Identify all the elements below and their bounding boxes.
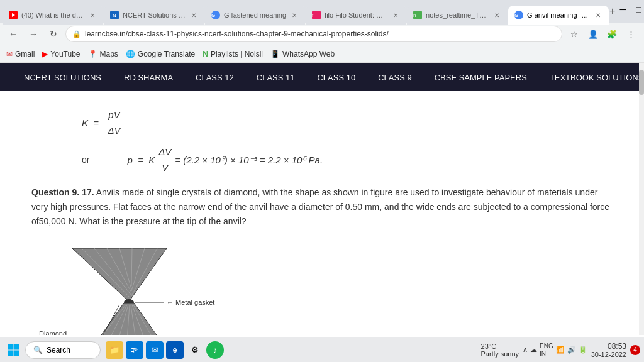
tab-6[interactable]: G G anvil meaning - Go... ✕ xyxy=(508,6,609,25)
tab-5-label: notes_realtime_TG... xyxy=(426,11,489,19)
taskbar-search-label: Search xyxy=(47,346,70,354)
bookmark-whatsapp[interactable]: 📱 WhatsApp Web xyxy=(270,50,335,58)
mail-icon: ✉ xyxy=(152,345,158,354)
nav-item-ncert[interactable]: NCERT SOLUTIONS xyxy=(13,63,113,91)
bookmark-whatsapp-label: WhatsApp Web xyxy=(282,50,335,58)
tab-4-close[interactable]: ✕ xyxy=(391,11,400,19)
tab-3[interactable]: G G fastened meaning ✕ xyxy=(205,6,305,25)
svg-text:Diamond: Diamond xyxy=(39,330,67,335)
browser-chrome: (40) What is the de... ✕ N NCERT Solutio… xyxy=(0,0,644,63)
tab-3-close[interactable]: ✕ xyxy=(290,11,299,19)
profile-icon[interactable]: 👤 xyxy=(585,26,601,42)
taskbar-search-icon: 🔍 xyxy=(33,346,43,354)
reload-button[interactable]: ↻ xyxy=(45,26,62,42)
extension-icon[interactable]: 🧩 xyxy=(604,26,620,42)
question-body: Anvils made of single crystals of diamon… xyxy=(31,187,609,226)
scrollbar-thumb[interactable] xyxy=(639,70,644,95)
taskbar-store[interactable]: 🛍 xyxy=(126,341,143,359)
k-denominator: ΔV xyxy=(106,123,121,138)
edge-icon: e xyxy=(173,346,177,354)
tab-1-close[interactable]: ✕ xyxy=(88,11,97,19)
bookmark-translate[interactable]: 🌐 Google Translate xyxy=(126,50,195,58)
tab-6-close[interactable]: ✕ xyxy=(594,11,602,19)
tab-1[interactable]: (40) What is the de... ✕ xyxy=(3,6,103,25)
tab-6-label: G anvil meaning - Go... xyxy=(527,11,590,19)
lock-icon: 🔒 xyxy=(72,30,81,38)
nav-item-textbook[interactable]: TEXTBOOK SOLUTIONS xyxy=(538,63,644,91)
question-number: Question 9. 17. xyxy=(31,187,94,197)
tab-5-close[interactable]: ✕ xyxy=(492,11,501,19)
nav-item-class12[interactable]: CLASS 12 xyxy=(184,63,245,91)
tab-4[interactable]: f filo Filo Student: Worlds ✕ xyxy=(306,6,406,25)
p-result: = (2.2 × 10⁹) × 10⁻³ = 2.2 × 10⁶ Pa. xyxy=(175,153,323,168)
svg-rect-25 xyxy=(8,350,13,356)
taskbar-edge[interactable]: e xyxy=(166,341,184,359)
clock-time: 08:53 xyxy=(591,342,626,351)
tab-4-label: filo Filo Student: Worlds xyxy=(325,11,387,19)
tab-5[interactable]: n notes_realtime_TG... ✕ xyxy=(407,6,508,25)
p-eq-label: p = K xyxy=(127,153,155,168)
taskbar: 🔍 Search 📁 🛍 ✉ e ⚙ ♪ 23°C Partly sunny ∧ xyxy=(0,337,644,362)
system-tray: ∧ ☁ ENG IN 📶 🔊 🔋 xyxy=(523,343,587,358)
eng-lang[interactable]: ENG IN xyxy=(540,343,553,358)
weather-desc: Partly sunny xyxy=(481,350,519,358)
minimize-button[interactable]: ─ xyxy=(616,3,630,16)
page-content: NCERT SOLUTIONS RD SHARMA CLASS 12 CLASS… xyxy=(0,63,644,335)
taskbar-settings[interactable]: ⚙ xyxy=(186,341,204,359)
new-tab-button[interactable]: + xyxy=(609,3,615,20)
site-nav: NCERT SOLUTIONS RD SHARMA CLASS 12 CLASS… xyxy=(0,63,644,91)
clock-date: 30-12-2022 xyxy=(591,351,626,358)
weather-info: 23°C Partly sunny xyxy=(481,343,519,358)
taskbar-spotify[interactable]: ♪ xyxy=(206,341,224,359)
svg-rect-23 xyxy=(8,344,13,350)
tab-2-close[interactable]: ✕ xyxy=(189,11,198,19)
nav-item-rd-sharma[interactable]: RD SHARMA xyxy=(113,63,184,91)
or-label: or xyxy=(82,153,89,167)
nav-item-class11[interactable]: CLASS 11 xyxy=(245,63,306,91)
k-fraction: pV ΔV xyxy=(106,107,121,138)
tab-1-label: (40) What is the de... xyxy=(21,11,84,19)
start-button[interactable] xyxy=(4,341,23,359)
bookmark-gmail-label: Gmail xyxy=(15,50,35,58)
taskbar-clock[interactable]: 08:53 30-12-2022 xyxy=(591,342,626,358)
more-options-icon[interactable]: ⋮ xyxy=(623,26,639,42)
nav-item-class10[interactable]: CLASS 10 xyxy=(306,63,367,91)
dv-fraction: ΔV V xyxy=(157,145,172,175)
url-bar[interactable]: 🔒 learncbse.in/cbse-class-11-physics-nce… xyxy=(65,26,562,42)
tab-2-favicon: N xyxy=(110,11,119,19)
math-block-p: or p = K ΔV V = (2.2 × 10⁹) × 10⁻³ = 2.2… xyxy=(82,145,613,175)
tab-3-favicon: G xyxy=(211,11,220,19)
taskbar-right: 23°C Partly sunny ∧ ☁ ENG IN 📶 🔊 🔋 08:53… xyxy=(481,342,640,358)
bookmark-star-icon[interactable]: ☆ xyxy=(566,26,582,42)
bookmark-noisli[interactable]: N Playlists | Noisli xyxy=(203,50,263,58)
back-button[interactable]: ← xyxy=(5,26,21,42)
gmail-icon: ✉ xyxy=(6,50,13,58)
up-arrow-icon[interactable]: ∧ xyxy=(523,346,528,354)
forward-button[interactable]: → xyxy=(25,26,42,42)
bookmark-youtube-label: YouTube xyxy=(50,50,80,58)
bookmark-maps[interactable]: 📍 Maps xyxy=(88,50,118,58)
notification-badge[interactable]: 4 xyxy=(630,345,640,355)
youtube-icon: ▶ xyxy=(42,50,48,58)
battery-icon[interactable]: 🔋 xyxy=(579,346,587,354)
taskbar-search[interactable]: 🔍 Search xyxy=(25,341,101,359)
nav-item-class9[interactable]: CLASS 9 xyxy=(367,63,423,91)
nav-item-cbse[interactable]: CBSE SAMPLE PAPERS xyxy=(423,63,538,91)
taskbar-mail[interactable]: ✉ xyxy=(146,341,164,359)
tab-2[interactable]: N NCERT Solutions fo... ✕ xyxy=(104,6,204,25)
tab-5-favicon: n xyxy=(413,11,422,19)
anvil-diagram: Diamond cones ← Metal gasket xyxy=(38,242,220,335)
bookmark-youtube[interactable]: ▶ YouTube xyxy=(42,50,80,58)
wifi-icon[interactable]: 📶 xyxy=(556,346,565,354)
svg-marker-10 xyxy=(85,303,173,335)
cloud-icon[interactable]: ☁ xyxy=(530,346,537,354)
maximize-button[interactable]: □ xyxy=(632,3,644,16)
svg-text:← Metal gasket: ← Metal gasket xyxy=(167,299,214,306)
question-block: Question 9. 17. Anvils made of single cr… xyxy=(31,185,613,229)
spotify-icon: ♪ xyxy=(213,345,218,355)
bookmark-gmail[interactable]: ✉ Gmail xyxy=(6,50,35,58)
k-numerator: pV xyxy=(107,107,121,123)
page-scrollbar[interactable] xyxy=(639,63,644,335)
volume-icon[interactable]: 🔊 xyxy=(567,346,576,354)
taskbar-file-explorer[interactable]: 📁 xyxy=(106,341,123,359)
